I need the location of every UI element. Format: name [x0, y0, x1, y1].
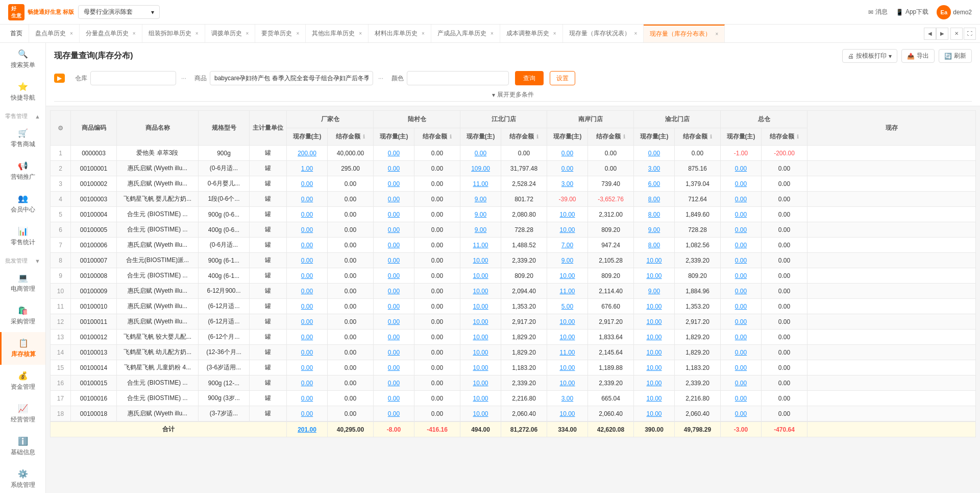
nav-expand-button[interactable]: ⛶	[964, 28, 976, 40]
sidebar-item-nav[interactable]: ⭐ 快捷导航	[0, 76, 45, 108]
row-jiangbei-qty[interactable]: 10.00	[460, 284, 501, 299]
row-factory-qty[interactable]: 0.00	[287, 360, 328, 375]
filter-toggle-button[interactable]: ▶	[54, 74, 65, 83]
row-jiangbei-qty[interactable]: 9.00	[460, 222, 501, 238]
row-yubei-qty[interactable]: 9.00	[634, 284, 675, 299]
row-lvcun-qty[interactable]: 0.00	[374, 314, 414, 330]
row-nanan-qty[interactable]: 11.00	[547, 284, 588, 299]
sidebar-item-retail-mall[interactable]: 🛒 零售商城	[0, 122, 45, 155]
tab-pandian[interactable]: 盘点单历史 ×	[29, 25, 80, 43]
row-total-qty[interactable]: 0.00	[721, 360, 762, 375]
sidebar-item-retail-stats[interactable]: 📊 零售统计	[0, 220, 45, 253]
tab-qitachuku[interactable]: 其他出库单历史 ×	[306, 25, 369, 43]
close-icon[interactable]: ×	[359, 31, 362, 36]
row-jiangbei-qty[interactable]: 10.00	[460, 314, 501, 330]
nav-next-button[interactable]: ▶	[936, 28, 948, 40]
row-lvcun-qty[interactable]: 0.00	[374, 268, 414, 284]
row-jiangbei-qty[interactable]: 10.00	[460, 330, 501, 345]
row-total-qty[interactable]: 0.00	[721, 345, 762, 360]
row-jiangbei-qty[interactable]: 10.00	[460, 406, 501, 422]
sidebar-item-basic[interactable]: ℹ️ 基础信息	[0, 430, 45, 463]
row-nanan-qty[interactable]: 10.00	[547, 330, 588, 345]
sidebar-item-purchase[interactable]: 🛍️ 采购管理	[0, 299, 45, 332]
row-yubei-qty[interactable]: 10.00	[634, 299, 675, 314]
sidebar-item-member[interactable]: 👥 会员中心	[0, 187, 45, 220]
row-nanan-qty[interactable]: 3.00	[547, 391, 588, 406]
row-factory-qty[interactable]: 0.00	[287, 207, 328, 222]
search-button[interactable]: 查询	[515, 71, 544, 85]
row-yubei-qty[interactable]: 10.00	[634, 268, 675, 284]
row-factory-qty[interactable]: 200.00	[287, 146, 328, 161]
sidebar-item-retail-mgmt[interactable]: 零售管理 ▲	[0, 108, 45, 122]
goods-input[interactable]	[210, 71, 373, 85]
row-total-qty[interactable]: 0.00	[721, 330, 762, 345]
row-lvcun-qty[interactable]: 0.00	[374, 391, 414, 406]
row-factory-qty[interactable]: 0.00	[287, 345, 328, 360]
summary-total-qty[interactable]: -3.00	[721, 421, 762, 437]
tab-fenpandian[interactable]: 分量盘点单历史 ×	[80, 25, 142, 43]
row-yubei-qty[interactable]: 8.00	[634, 238, 675, 253]
row-factory-qty[interactable]: 1.00	[287, 161, 328, 176]
row-jiangbei-qty[interactable]: 11.00	[460, 238, 501, 253]
row-nanan-qty[interactable]: 10.00	[547, 375, 588, 391]
close-icon[interactable]: ×	[296, 31, 299, 36]
close-icon[interactable]: ×	[634, 31, 638, 36]
goods-dots[interactable]: ···	[376, 75, 385, 82]
row-factory-qty[interactable]: 0.00	[287, 268, 328, 284]
row-total-qty[interactable]: 0.00	[721, 176, 762, 192]
close-icon[interactable]: ×	[422, 31, 425, 36]
row-lvcun-qty[interactable]: 0.00	[374, 238, 414, 253]
row-jiangbei-qty[interactable]: 0.00	[460, 146, 501, 161]
row-total-qty[interactable]: 0.00	[721, 192, 762, 207]
close-icon[interactable]: ×	[491, 31, 494, 36]
tab-diaobo[interactable]: 调拨单历史 ×	[205, 25, 256, 43]
row-nanan-qty[interactable]: 11.00	[547, 345, 588, 360]
row-lvcun-qty[interactable]: 0.00	[374, 299, 414, 314]
row-jiangbei-qty[interactable]: 11.00	[460, 176, 501, 192]
row-yubei-qty[interactable]: 10.00	[634, 253, 675, 268]
row-factory-qty[interactable]: 0.00	[287, 406, 328, 422]
row-jiangbei-qty[interactable]: 10.00	[460, 299, 501, 314]
row-lvcun-qty[interactable]: 0.00	[374, 330, 414, 345]
app-download-button[interactable]: 📱 App下载	[896, 8, 928, 16]
row-lvcun-qty[interactable]: 0.00	[374, 360, 414, 375]
row-total-qty[interactable]: -1.00	[721, 146, 762, 161]
tab-zuzhechaixi[interactable]: 组装拆卸单历史 ×	[142, 25, 205, 43]
row-total-qty[interactable]: 0.00	[721, 161, 762, 176]
close-icon[interactable]: ×	[133, 31, 136, 36]
row-nanan-qty[interactable]: 9.00	[547, 253, 588, 268]
warehouse-dots[interactable]: ···	[179, 75, 188, 82]
row-factory-qty[interactable]: 0.00	[287, 222, 328, 238]
row-total-qty[interactable]: 0.00	[721, 253, 762, 268]
row-yubei-qty[interactable]: 9.00	[634, 222, 675, 238]
row-nanan-qty[interactable]: 3.00	[547, 176, 588, 192]
nav-prev-button[interactable]: ◀	[924, 28, 936, 40]
row-factory-qty[interactable]: 0.00	[287, 192, 328, 207]
row-nanan-qty[interactable]: 5.00	[547, 299, 588, 314]
row-lvcun-qty[interactable]: 0.00	[374, 284, 414, 299]
row-factory-qty[interactable]: 0.00	[287, 314, 328, 330]
row-lvcun-qty[interactable]: 0.00	[374, 192, 414, 207]
summary-jiangbei-qty[interactable]: 494.00	[460, 421, 501, 437]
sidebar-item-search[interactable]: 🔍 搜索英单	[0, 43, 45, 76]
row-total-qty[interactable]: 0.00	[721, 406, 762, 422]
tab-xiancun-status[interactable]: 现存量（库存状况表） ×	[563, 25, 644, 43]
row-nanan-qty[interactable]: 10.00	[547, 314, 588, 330]
print-button[interactable]: 🖨 按模板打印 ▾	[842, 49, 897, 63]
refresh-button[interactable]: 🔄 刷新	[939, 49, 972, 63]
settings-icon[interactable]: ⚙	[58, 125, 63, 132]
export-button[interactable]: 📤 导出	[901, 49, 935, 63]
row-yubei-qty[interactable]: 6.00	[634, 176, 675, 192]
row-nanan-qty[interactable]: 10.00	[547, 406, 588, 422]
row-yubei-qty[interactable]: 10.00	[634, 345, 675, 360]
sidebar-item-ecommerce[interactable]: 💻 电商管理	[0, 267, 45, 299]
row-jiangbei-qty[interactable]: 10.00	[460, 391, 501, 406]
row-lvcun-qty[interactable]: 0.00	[374, 253, 414, 268]
row-lvcun-qty[interactable]: 0.00	[374, 207, 414, 222]
close-icon[interactable]: ×	[553, 31, 556, 36]
row-total-qty[interactable]: 0.00	[721, 375, 762, 391]
row-jiangbei-qty[interactable]: 10.00	[460, 268, 501, 284]
setting-button[interactable]: 设置	[550, 71, 575, 85]
summary-nanan-qty[interactable]: 334.00	[547, 421, 588, 437]
row-yubei-qty[interactable]: 10.00	[634, 360, 675, 375]
